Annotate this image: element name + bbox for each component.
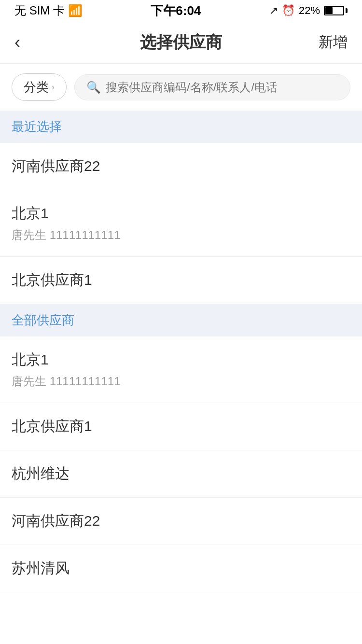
status-time: 下午6:04 xyxy=(151,2,201,19)
supplier-name: 河南供应商22 xyxy=(12,156,350,176)
all-item-2[interactable]: 北京供应商1 xyxy=(0,403,362,450)
supplier-name: 苏州清风 xyxy=(12,559,350,578)
all-item-4[interactable]: 河南供应商22 xyxy=(0,498,362,545)
supplier-name: 北京1 xyxy=(12,350,350,370)
supplier-name: 河南供应商22 xyxy=(12,511,350,531)
all-item-5[interactable]: 苏州清风 xyxy=(0,545,362,592)
recent-item-3[interactable]: 北京供应商1 xyxy=(0,257,362,304)
all-item-1[interactable]: 北京1 唐先生 11111111111 xyxy=(0,336,362,403)
location-icon: ↗ xyxy=(269,4,278,17)
supplier-sub: 唐先生 11111111111 xyxy=(12,227,350,243)
all-section-header: 全部供应商 xyxy=(0,304,362,336)
search-box[interactable]: 🔍 xyxy=(74,74,350,100)
supplier-name: 北京供应商1 xyxy=(12,417,350,436)
filter-bar: 分类 › 🔍 xyxy=(0,64,362,111)
supplier-name: 北京供应商1 xyxy=(12,270,350,290)
supplier-name: 北京1 xyxy=(12,204,350,224)
status-bar: 无 SIM 卡 📶 下午6:04 ↗ ⏰ 22% xyxy=(0,0,362,21)
recent-section-header: 最近选择 xyxy=(0,111,362,143)
back-button[interactable]: ‹ xyxy=(14,32,43,53)
category-filter-button[interactable]: 分类 › xyxy=(12,73,67,101)
recent-items-list: 河南供应商22 北京1 唐先生 11111111111 北京供应商1 xyxy=(0,143,362,304)
page-title: 选择供应商 xyxy=(140,31,222,54)
category-label: 分类 xyxy=(24,79,49,96)
recent-item-1[interactable]: 河南供应商22 xyxy=(0,143,362,190)
battery-indicator xyxy=(324,6,348,15)
supplier-sub: 唐先生 11111111111 xyxy=(12,374,350,389)
search-input[interactable] xyxy=(106,81,338,94)
battery-percent: 22% xyxy=(299,4,320,17)
status-right: ↗ ⏰ 22% xyxy=(269,4,348,17)
status-signal: 无 SIM 卡 📶 xyxy=(14,3,83,18)
all-item-3[interactable]: 杭州维达 xyxy=(0,450,362,498)
search-icon: 🔍 xyxy=(86,81,101,94)
chevron-right-icon: › xyxy=(52,82,55,92)
add-button[interactable]: 新增 xyxy=(319,32,348,52)
recent-item-2[interactable]: 北京1 唐先生 11111111111 xyxy=(0,190,362,257)
all-items-list: 北京1 唐先生 11111111111 北京供应商1 杭州维达 河南供应商22 … xyxy=(0,336,362,592)
supplier-name: 杭州维达 xyxy=(12,464,350,484)
alarm-icon: ⏰ xyxy=(282,4,295,17)
nav-bar: ‹ 选择供应商 新增 xyxy=(0,21,362,64)
